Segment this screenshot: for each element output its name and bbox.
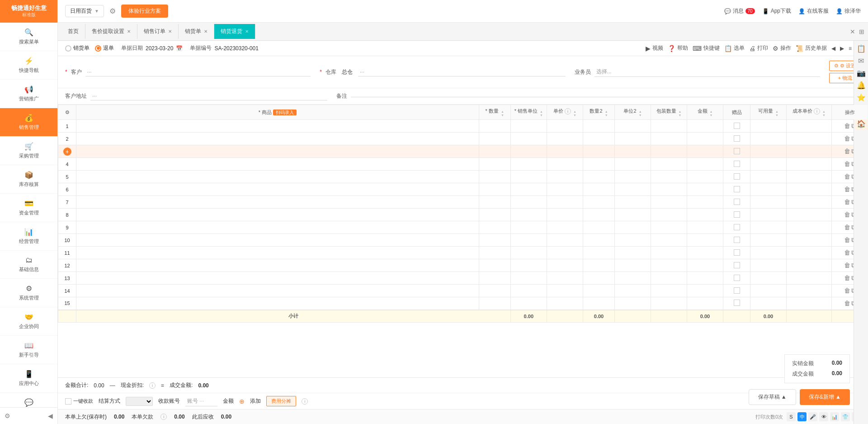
gift-checkbox[interactable] <box>734 262 740 268</box>
delete-row-btn[interactable]: 🗑 <box>844 198 850 206</box>
row-unit[interactable] <box>510 120 547 133</box>
row-price[interactable] <box>547 234 583 247</box>
row-unit2[interactable] <box>615 209 651 221</box>
row-cost[interactable] <box>787 234 832 247</box>
delete-row-btn[interactable]: 🗑 <box>844 122 850 130</box>
row-pack[interactable] <box>651 183 687 196</box>
delete-row-btn[interactable]: 🗑 <box>844 148 850 155</box>
next-record-btn[interactable]: ▶ <box>840 45 844 52</box>
row-avail[interactable] <box>750 171 787 183</box>
row-cost[interactable] <box>787 145 832 158</box>
gift-checkbox[interactable] <box>734 148 740 154</box>
right-panel-icon-4[interactable]: 🔔 <box>857 81 866 90</box>
row-avail[interactable] <box>750 247 787 259</box>
tab-sale-return[interactable]: 销货退货 ✕ <box>214 24 255 39</box>
row-unit[interactable] <box>510 183 547 196</box>
sidebar-settings-btn[interactable]: ⚙ <box>5 412 10 419</box>
row-unit2[interactable] <box>615 285 651 297</box>
row-price[interactable] <box>547 158 583 171</box>
im-icon-6[interactable]: 👕 <box>841 412 850 421</box>
im-icon-2[interactable]: 中 <box>797 412 807 421</box>
row-qty[interactable] <box>479 196 510 209</box>
video-btn[interactable]: ▶ 视频 <box>646 44 663 52</box>
row-product[interactable] <box>76 209 479 221</box>
add-row-btn[interactable]: + <box>63 148 71 156</box>
row-qty[interactable] <box>479 247 510 259</box>
row-amount[interactable] <box>687 171 723 183</box>
row-avail[interactable] <box>750 196 787 209</box>
tab-sale-price[interactable]: 售价提取设置 ✕ <box>85 24 137 39</box>
row-unit2[interactable] <box>615 120 651 133</box>
product-input[interactable] <box>80 149 475 154</box>
sidebar-item-appcenter[interactable]: 📱 应用中心 <box>0 364 57 393</box>
sidebar-item-shortcut[interactable]: ⚡ 快捷导航 <box>0 51 57 80</box>
row-qty[interactable] <box>479 297 510 310</box>
row-pack[interactable] <box>651 221 687 234</box>
row-price[interactable] <box>547 259 583 272</box>
row-amount[interactable] <box>687 133 723 145</box>
row-amount[interactable] <box>687 196 723 209</box>
row-cost[interactable] <box>787 171 832 183</box>
sidebar-item-inventory[interactable]: 📦 库存核算 <box>0 165 57 194</box>
gift-checkbox[interactable] <box>734 275 740 281</box>
right-panel-icon-1[interactable]: 📋 <box>857 44 866 53</box>
sidebar-item-system[interactable]: ⚙ 系统管理 <box>0 279 57 307</box>
row-product[interactable] <box>76 120 479 133</box>
row-avail[interactable] <box>750 221 787 234</box>
gift-checkbox[interactable] <box>734 211 740 218</box>
tab-sale-order[interactable]: 销售订单 ✕ <box>137 24 179 39</box>
delete-row-btn[interactable]: 🗑 <box>844 224 850 231</box>
row-unit2[interactable] <box>615 221 651 234</box>
row-qty2[interactable] <box>583 145 615 158</box>
row-price[interactable] <box>547 272 583 285</box>
row-price[interactable] <box>547 221 583 234</box>
sidebar-item-basic[interactable]: 🗂 基础信息 <box>0 251 57 279</box>
row-unit[interactable] <box>510 158 547 171</box>
row-qty2[interactable] <box>583 247 615 259</box>
row-qty2[interactable] <box>583 234 615 247</box>
row-price[interactable] <box>547 297 583 310</box>
price-info-icon[interactable]: i <box>565 108 571 114</box>
print-btn[interactable]: 🖨 打印 <box>749 44 768 52</box>
row-unit[interactable] <box>510 221 547 234</box>
sidebar-item-search[interactable]: 🔍 搜索菜单 <box>0 23 57 51</box>
row-avail[interactable] <box>750 209 787 221</box>
row-qty2[interactable] <box>583 297 615 310</box>
shortcut-btn[interactable]: ⌨ 快捷键 <box>693 44 720 52</box>
row-product[interactable] <box>76 171 479 183</box>
row-avail[interactable] <box>750 259 787 272</box>
row-qty[interactable] <box>479 285 510 297</box>
row-qty2[interactable] <box>583 133 615 145</box>
amount-sort-icon[interactable]: ▲▼ <box>710 110 713 117</box>
row-price[interactable] <box>547 133 583 145</box>
radio-sale-goods[interactable]: 销货单 <box>65 44 90 52</box>
row-cost[interactable] <box>787 272 832 285</box>
select-btn[interactable]: 📋 选单 <box>724 44 745 52</box>
row-avail[interactable] <box>750 133 787 145</box>
sidebar-item-operation[interactable]: 📊 经营管理 <box>0 222 57 251</box>
row-pack[interactable] <box>651 272 687 285</box>
row-pack[interactable] <box>651 234 687 247</box>
row-cost[interactable] <box>787 158 832 171</box>
row-qty2[interactable] <box>583 158 615 171</box>
row-pack[interactable] <box>651 133 687 145</box>
pack-sort-icon[interactable]: ▲▼ <box>679 110 682 117</box>
row-amount[interactable] <box>687 209 723 221</box>
customer-input[interactable]: ··· <box>85 68 311 76</box>
im-icon-3[interactable]: 🎤 <box>808 412 817 421</box>
save-new-btn[interactable]: 保存&新增 ▲ <box>800 389 850 405</box>
sidebar-item-wechat[interactable]: 💬 企业微信 <box>0 393 57 407</box>
row-product[interactable] <box>76 133 479 145</box>
delete-row-btn[interactable]: 🗑 <box>844 300 850 307</box>
row-qty[interactable] <box>479 259 510 272</box>
row-cost[interactable] <box>787 221 832 234</box>
row-price[interactable] <box>547 171 583 183</box>
row-qty2[interactable] <box>583 221 615 234</box>
row-unit[interactable] <box>510 234 547 247</box>
row-qty2[interactable] <box>583 196 615 209</box>
row-unit[interactable] <box>510 285 547 297</box>
row-qty2[interactable] <box>583 120 615 133</box>
sidebar-item-guide[interactable]: 📖 新手引导 <box>0 336 57 364</box>
row-amount[interactable] <box>687 272 723 285</box>
row-qty2[interactable] <box>583 183 615 196</box>
